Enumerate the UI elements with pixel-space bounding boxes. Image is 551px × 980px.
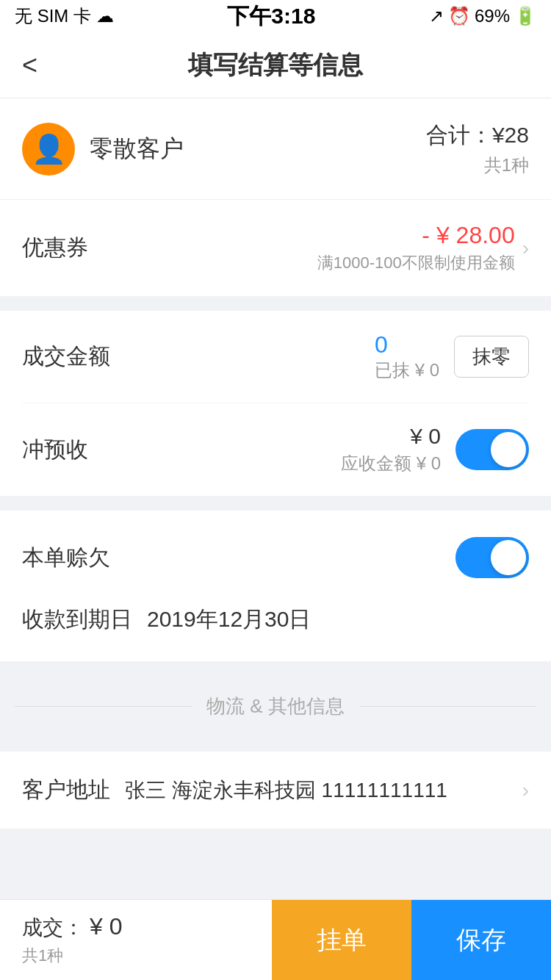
deal-amount-label: 成交金额 [22,342,110,372]
bottom-deal-amount: ¥ 0 [90,913,122,940]
deferred-row: 本单赊欠 [0,511,551,605]
round-off-button[interactable]: 抹零 [454,336,529,378]
coupon-right: - ¥ 28.00 满1000-100不限制使用金额 › [317,222,529,274]
customer-total: 合计：¥28 共1种 [426,120,529,177]
customer-row: 👤 零散客户 合计：¥28 共1种 [0,98,551,199]
address-row[interactable]: 客户地址 张三 海淀永丰科技园 11111111111 › [0,752,551,829]
address-section: 客户地址 张三 海淀永丰科技园 11111111111 › [0,752,551,829]
total-amount: 合计：¥28 [426,120,529,151]
prepay-toggle[interactable] [455,429,529,470]
coupon-row[interactable]: 优惠券 - ¥ 28.00 满1000-100不限制使用金额 › [0,199,551,296]
back-button[interactable]: < [22,50,37,81]
status-right: ↗ ⏰ 69% 🔋 [429,6,536,26]
deferred-toggle[interactable] [455,537,529,578]
pending-button[interactable]: 挂单 [272,900,411,981]
due-date-label: 收款到期日 [22,605,132,635]
due-date-row: 收款到期日 2019年12月30日 [0,605,551,661]
battery-icon: 🔋 [514,6,536,26]
coupon-desc: 满1000-100不限制使用金额 [317,252,515,274]
deal-amount-value: 0 [375,331,439,359]
due-date-value: 2019年12月30日 [147,605,311,635]
deal-amount-sub: 已抹 ¥ 0 [375,359,439,382]
deferred-toggle-knob [491,540,526,575]
battery-text: 69% [475,6,510,26]
coupon-amount: - ¥ 28.00 [317,222,515,249]
prepay-amount: ¥ 0 [341,424,441,449]
deal-amount-row: 成交金额 0 已抹 ¥ 0 抹零 [22,311,529,403]
avatar-icon: 👤 [32,133,66,165]
customer-section: 👤 零散客户 合计：¥28 共1种 优惠券 - ¥ 28.00 满1000-10… [0,98,551,296]
save-button[interactable]: 保存 [411,900,551,981]
deal-amount-right: 0 已抹 ¥ 0 抹零 [375,331,529,382]
address-chevron-icon: › [522,779,529,802]
location-icon: ↗ [429,6,444,26]
status-left: 无 SIM 卡 ☁ [15,4,114,28]
bottom-deal-label: 成交： [22,914,84,942]
bottom-deal-row: 成交： ¥ 0 [22,913,250,942]
bottom-bar: 成交： ¥ 0 共1种 挂单 保存 [0,899,551,980]
address-label: 客户地址 [22,775,110,805]
coupon-label: 优惠券 [22,233,88,263]
customer-name: 零散客户 [90,133,184,165]
deferred-label: 本单赊欠 [22,543,110,573]
prepay-row: 冲预收 ¥ 0 应收金额 ¥ 0 [22,403,529,496]
avatar: 👤 [22,123,75,176]
deal-amount-section: 成交金额 0 已抹 ¥ 0 抹零 冲预收 ¥ 0 应收金额 ¥ 0 [0,311,551,496]
status-time: 下午3:18 [227,1,315,32]
logistics-line-left [15,706,192,707]
prepay-sub: 应收金额 ¥ 0 [341,452,441,475]
nav-bar: < 填写结算等信息 [0,32,551,98]
logistics-line-right [359,706,536,707]
prepay-info: ¥ 0 应收金额 ¥ 0 [341,424,441,475]
total-count: 共1种 [426,154,529,177]
bottom-summary: 成交： ¥ 0 共1种 [0,913,272,967]
prepay-label: 冲预收 [22,435,88,465]
chevron-right-icon: › [522,237,529,260]
address-value: 张三 海淀永丰科技园 11111111111 [125,777,522,804]
coupon-info: - ¥ 28.00 满1000-100不限制使用金额 [317,222,515,274]
logistics-section: 物流 & 其他信息 [0,676,551,737]
deferred-section: 本单赊欠 收款到期日 2019年12月30日 [0,511,551,661]
alarm-icon: ⏰ [448,6,470,26]
logistics-text: 物流 & 其他信息 [206,693,345,719]
prepay-right: ¥ 0 应收金额 ¥ 0 [341,424,529,475]
bottom-count: 共1种 [22,945,250,967]
toggle-knob [491,432,526,467]
customer-info: 👤 零散客户 [22,123,184,176]
page-title: 填写结算等信息 [188,48,363,82]
no-sim-text: 无 SIM 卡 ☁ [15,4,114,28]
status-bar: 无 SIM 卡 ☁ 下午3:18 ↗ ⏰ 69% 🔋 [0,0,551,32]
